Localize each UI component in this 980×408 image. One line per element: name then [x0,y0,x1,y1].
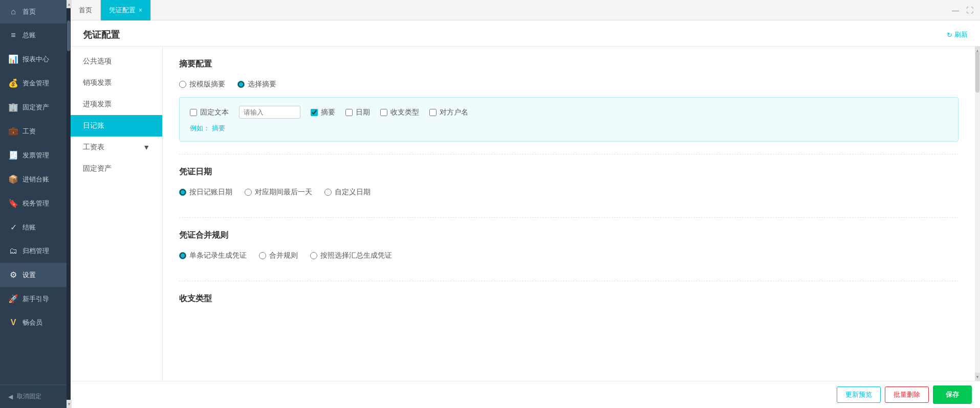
left-nav-item-purchase[interactable]: 进项发票 [71,94,162,115]
refresh-icon: ↻ [947,31,952,39]
main-area: 首页 凭证配置 × — ⛶ 凭证配置 ↻ 刷新 公共选项 销项发票 进 [71,0,980,408]
right-scrollbar[interactable]: ▲ ▼ [975,47,980,381]
maximize-button[interactable]: ⛶ [964,4,976,16]
report-icon: 📊 [8,54,18,64]
summary-section-title: 摘要配置 [179,59,959,70]
tab-voucher-config[interactable]: 凭证配置 × [101,0,151,20]
guide-icon: 🚀 [8,294,18,304]
purchase-icon: 📦 [8,174,18,184]
date-section-title: 凭证日期 [179,167,959,177]
checkbox-summary[interactable]: 摘要 [311,108,335,117]
scroll-down-button[interactable]: ▼ [975,373,980,381]
vip-icon: V [8,318,18,327]
minimize-button[interactable]: — [949,4,962,16]
sidebar-item-tax[interactable]: 🔖 税务管理 [0,191,67,215]
date-section: 凭证日期 按日记账日期 对应期间最后一天 自定义日期 [179,167,959,218]
merge-section: 凭证合并规则 单条记录生成凭证 合并规则 按照选择汇总生成凭证 [179,230,959,281]
settle-icon: ✓ [8,222,18,232]
tab-close-button[interactable]: × [139,7,142,14]
sidebar-item-vip[interactable]: V 畅会员 [0,311,67,334]
merge-radio-batch[interactable]: 按照选择汇总生成凭证 [310,251,392,260]
sidebar-item-home[interactable]: ⌂ 首页 [0,0,67,24]
date-radio-row: 按日记账日期 对应期间最后一天 自定义日期 [179,188,959,197]
ledger-icon: ≡ [8,31,18,40]
sidebar-item-invoice[interactable]: 🧾 发票管理 [0,143,67,167]
sidebar-scroll-down[interactable]: ▼ [67,400,72,408]
example-text: 例如： 摘要 [190,124,948,133]
sidebar-bottom: ◀ 取消固定 [0,384,67,408]
summary-checkbox-row: 固定文本 摘要 日期 收支类型 [190,106,948,119]
sidebar-item-purchase[interactable]: 📦 进销台账 [0,167,67,191]
date-radio-journal[interactable]: 按日记账日期 [179,188,232,197]
left-nav-item-payroll[interactable]: 工资表 ▼ [71,137,162,158]
sidebar-item-archive[interactable]: 🗂 归档管理 [0,239,67,263]
date-radio-custom[interactable]: 自定义日期 [324,188,371,197]
sidebar-scroll-thumb[interactable] [67,20,70,51]
merge-section-title: 凭证合并规则 [179,230,959,241]
page-title: 凭证配置 [83,29,120,41]
fixed-text-input[interactable] [239,106,300,119]
left-nav-item-journal[interactable]: 日记账 [71,115,162,137]
summary-radio-row: 按模版摘要 选择摘要 [179,80,959,89]
sidebar-item-salary[interactable]: 💼 工资 [0,119,67,143]
left-nav-item-fixed[interactable]: 固定资产 [71,158,162,179]
settings-icon: ⚙ [8,270,18,280]
income-section: 收支类型 [179,293,959,327]
sidebar-item-settings[interactable]: ⚙ 设置 [0,263,67,287]
summary-section: 摘要配置 按模版摘要 选择摘要 固定文本 [179,59,959,154]
merge-radio-merge[interactable]: 合并规则 [259,251,298,260]
page-header: 凭证配置 ↻ 刷新 [71,20,980,47]
content-area: 公共选项 销项发票 进项发票 日记账 工资表 ▼ 固定资产 摘要配置 [71,47,980,381]
checkbox-category[interactable]: 收支类型 [380,108,419,117]
tab-actions: — ⛶ [949,4,980,16]
sidebar-item-settle[interactable]: ✓ 结账 [0,215,67,239]
sidebar-scroll-up[interactable]: ▲ [67,0,72,8]
left-nav: 公共选项 销项发票 进项发票 日记账 工资表 ▼ 固定资产 [71,47,163,381]
sidebar-scrollbar[interactable]: ▲ ▼ [67,0,71,408]
pin-icon: ◀ [8,393,13,400]
left-nav-item-public[interactable]: 公共选项 [71,51,162,72]
salary-icon: 💼 [8,126,18,136]
sidebar: ⌂ 首页 ≡ 总账 📊 报表中心 💰 资金管理 🏢 固定资产 💼 工资 🧾 发票… [0,0,67,408]
tab-home[interactable]: 首页 [71,0,101,20]
finance-icon: 💰 [8,78,18,88]
sidebar-item-report[interactable]: 📊 报表中心 [0,47,67,71]
batch-delete-button[interactable]: 批量删除 [885,387,929,403]
update-preview-button[interactable]: 更新预览 [837,387,881,403]
summary-radio-template[interactable]: 按模版摘要 [179,80,225,89]
tab-bar: 首页 凭证配置 × — ⛶ [71,0,980,20]
income-section-title: 收支类型 [179,293,959,304]
sidebar-item-assets[interactable]: 🏢 固定资产 [0,95,67,119]
archive-icon: 🗂 [8,246,18,256]
scroll-thumb[interactable] [975,52,979,93]
home-icon: ⌂ [8,7,18,16]
invoice-icon: 🧾 [8,150,18,160]
checkbox-fixed-text[interactable]: 固定文本 [190,108,229,117]
sidebar-item-finance[interactable]: 💰 资金管理 [0,71,67,95]
merge-radio-single[interactable]: 单条记录生成凭证 [179,251,247,260]
refresh-button[interactable]: ↻ 刷新 [947,30,968,39]
date-radio-lastday[interactable]: 对应期间最后一天 [245,188,312,197]
assets-icon: 🏢 [8,102,18,112]
summary-config-box: 固定文本 摘要 日期 收支类型 [179,97,959,142]
sidebar-item-ledger[interactable]: ≡ 总账 [0,24,67,47]
summary-radio-select[interactable]: 选择摘要 [237,80,276,89]
unpin-button[interactable]: ◀ 取消固定 [0,385,67,408]
tax-icon: 🔖 [8,198,18,208]
checkbox-date[interactable]: 日期 [345,108,370,117]
save-button[interactable]: 保存 [933,386,972,404]
chevron-down-icon: ▼ [143,143,150,151]
left-nav-item-sales[interactable]: 销项发票 [71,72,162,94]
right-content: 摘要配置 按模版摘要 选择摘要 固定文本 [163,47,975,381]
sidebar-item-guide[interactable]: 🚀 新手引导 [0,287,67,311]
merge-radio-row: 单条记录生成凭证 合并规则 按照选择汇总生成凭证 [179,251,959,260]
checkbox-counterpart[interactable]: 对方户名 [429,108,468,117]
bottom-action-bar: 更新预览 批量删除 保存 [71,381,980,408]
